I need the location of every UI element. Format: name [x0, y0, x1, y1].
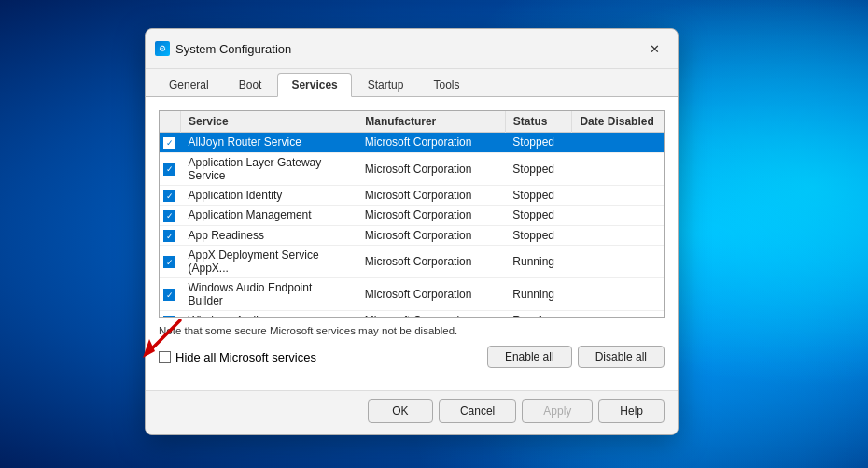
table-row[interactable]: ✓Windows AudioMicrosoft CorporationRunni… [160, 311, 664, 319]
row-checkbox[interactable]: ✓ [163, 289, 175, 301]
manufacturer-name: Microsoft Corporation [357, 246, 506, 278]
controls-row: Hide all Microsoft services Enable all D… [159, 346, 665, 368]
row-checkbox[interactable]: ✓ [163, 230, 175, 242]
manufacturer-name: Microsoft Corporation [357, 152, 506, 185]
tab-general[interactable]: General [155, 73, 223, 96]
title-bar: ⚙ System Configuration ✕ [146, 29, 678, 69]
service-status: Stopped [505, 133, 572, 153]
cancel-button[interactable]: Cancel [439, 399, 516, 423]
date-disabled [572, 225, 664, 246]
apply-button[interactable]: Apply [522, 399, 593, 423]
footer: OK Cancel Apply Help [146, 390, 678, 434]
tab-boot[interactable]: Boot [225, 73, 276, 96]
row-checkbox[interactable]: ✓ [163, 190, 175, 202]
col-header-check [160, 111, 181, 133]
manufacturer-name: Microsoft Corporation [357, 206, 506, 226]
date-disabled [572, 278, 664, 311]
tab-tools[interactable]: Tools [419, 73, 473, 96]
row-checkbox[interactable]: ✓ [163, 256, 175, 268]
table-row[interactable]: ✓Windows Audio Endpoint BuilderMicrosoft… [160, 278, 664, 311]
date-disabled [572, 206, 664, 226]
service-status: Stopped [505, 185, 572, 206]
content-area: Service Manufacturer Status Date Disable… [146, 96, 678, 390]
row-checkbox[interactable]: ✓ [163, 316, 175, 319]
app-icon: ⚙ [155, 41, 170, 56]
service-name: AllJoyn Router Service [181, 133, 357, 153]
help-button[interactable]: Help [598, 399, 665, 423]
hide-ms-checkbox[interactable] [159, 351, 171, 363]
enable-disable-row: Enable all Disable all [487, 346, 665, 368]
table-row[interactable]: ✓Application Layer Gateway ServiceMicros… [160, 152, 664, 185]
service-name: App Readiness [181, 225, 357, 246]
tab-services[interactable]: Services [277, 73, 351, 97]
service-name: Windows Audio [181, 311, 357, 319]
ok-button[interactable]: OK [368, 399, 433, 423]
row-checkbox[interactable]: ✓ [163, 137, 175, 149]
title-left: ⚙ System Configuration [155, 41, 291, 56]
date-disabled [572, 311, 664, 319]
date-disabled [572, 133, 664, 153]
table-row[interactable]: ✓Application ManagementMicrosoft Corpora… [160, 206, 664, 226]
table-row[interactable]: ✓App ReadinessMicrosoft CorporationStopp… [160, 225, 664, 246]
note-text: Note that some secure Microsoft services… [159, 325, 665, 336]
dialog-title: System Configuration [175, 42, 291, 56]
date-disabled [572, 152, 664, 185]
tab-bar: General Boot Services Startup Tools [146, 69, 678, 96]
enable-all-button[interactable]: Enable all [487, 346, 572, 368]
service-name: Application Layer Gateway Service [181, 152, 357, 185]
services-table: Service Manufacturer Status Date Disable… [160, 111, 664, 318]
manufacturer-name: Microsoft Corporation [357, 278, 506, 311]
col-header-manufacturer: Manufacturer [357, 111, 506, 133]
service-name: Windows Audio Endpoint Builder [181, 278, 357, 311]
row-checkbox[interactable]: ✓ [163, 210, 175, 222]
service-name: Application Management [181, 206, 357, 226]
date-disabled [572, 185, 664, 206]
service-name: AppX Deployment Service (AppX... [181, 246, 357, 278]
hide-ms-row[interactable]: Hide all Microsoft services [159, 350, 316, 364]
manufacturer-name: Microsoft Corporation [357, 185, 506, 206]
row-checkbox[interactable]: ✓ [163, 163, 175, 176]
close-button[interactable]: ✕ [642, 36, 666, 61]
service-status: Stopped [505, 225, 572, 246]
service-status: Running [505, 278, 572, 311]
service-name: Application Identity [181, 185, 357, 206]
system-config-dialog: ⚙ System Configuration ✕ General Boot Se… [145, 28, 679, 435]
manufacturer-name: Microsoft Corporation [357, 225, 506, 246]
bottom-section: Note that some secure Microsoft services… [159, 318, 665, 381]
service-status: Stopped [505, 152, 572, 185]
col-header-date: Date Disabled [572, 111, 664, 133]
services-table-wrapper[interactable]: Service Manufacturer Status Date Disable… [159, 110, 665, 318]
hide-ms-label: Hide all Microsoft services [175, 350, 316, 364]
manufacturer-name: Microsoft Corporation [357, 133, 506, 153]
manufacturer-name: Microsoft Corporation [357, 311, 506, 319]
table-row[interactable]: ✓AllJoyn Router ServiceMicrosoft Corpora… [160, 133, 664, 153]
service-status: Running [505, 311, 572, 319]
table-row[interactable]: ✓Application IdentityMicrosoft Corporati… [160, 185, 664, 206]
table-row[interactable]: ✓AppX Deployment Service (AppX...Microso… [160, 246, 664, 278]
disable-all-button[interactable]: Disable all [578, 346, 665, 368]
col-header-service: Service [181, 111, 357, 133]
service-status: Running [505, 246, 572, 278]
date-disabled [572, 246, 664, 278]
service-status: Stopped [505, 206, 572, 226]
tab-startup[interactable]: Startup [354, 73, 418, 96]
col-header-status: Status [505, 111, 572, 133]
